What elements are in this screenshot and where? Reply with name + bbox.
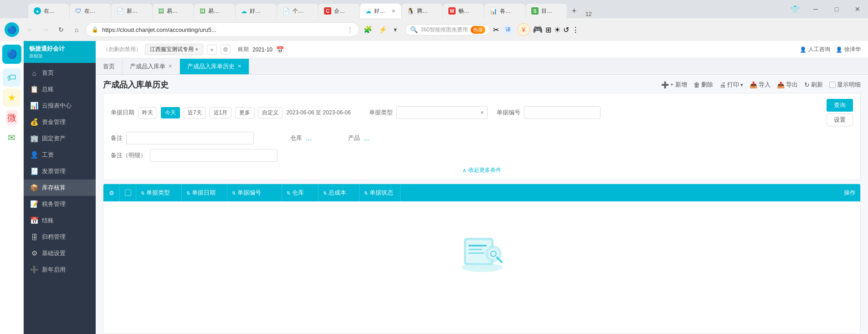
tab-count-badge[interactable]: 12 [583,10,594,18]
lightning-button[interactable]: ⚡ [377,24,389,36]
extensions-button[interactable]: 🧩 [362,24,374,36]
url-bar[interactable]: 🔒 https://cloud.chanjet.com/accounting/u… [86,22,359,37]
add-company-button[interactable]: + [207,45,217,55]
browser-tab-2[interactable]: 🛡 在… [70,4,111,18]
th-gear[interactable]: ⚙ [103,184,120,201]
warehouse-dots[interactable]: ... [306,134,312,142]
remark-detail-input[interactable] [150,149,277,162]
new-tab-button[interactable]: + [567,4,581,18]
sidebar-item-fixed-assets[interactable]: 🏢 固定资产 [24,130,96,147]
sidebar-item-closing[interactable]: 📅 结账 [24,212,96,229]
sidebar-item-general-ledger[interactable]: 📋 总账 [24,81,96,98]
app-sidebar-icon-4[interactable]: ✉ [3,128,21,147]
translate-button[interactable]: 译 [502,25,514,35]
sidebar-item-reports[interactable]: 📊 云报表中心 [24,98,96,114]
toolbar-icon-shirt[interactable]: 👕 [785,5,805,14]
company-name-text: 江西服宝测试专用 [150,46,194,53]
app-sidebar-icon-2[interactable]: ★ [3,88,21,107]
browser-tab-6[interactable]: ☁ 好… [236,4,277,18]
app-sidebar-icon-1[interactable]: 🏷 [3,68,21,87]
sidebar-item-new-period[interactable]: ➕ 新年启用 [24,262,96,278]
type-select[interactable]: ▾ [396,106,488,119]
search-box-360[interactable]: 🔍 360智能抠图免费用 热搜 [405,24,490,36]
remark-input[interactable] [126,132,254,144]
date-custom-btn[interactable]: 自定义 [258,107,282,118]
page-tab-home[interactable]: 首页 [96,59,123,74]
site-info-icon[interactable]: ⋮ [347,26,353,33]
browser-tab-5[interactable]: 🖼 易… [194,4,235,18]
sidebar-item-payroll[interactable]: 👤 工资 [24,147,96,163]
refresh-action-button[interactable]: ↻ 刷新 [804,81,823,89]
sidebar-item-settings[interactable]: ⚙ 基础设置 [24,245,96,262]
service-button[interactable]: 👤 人工咨询 [800,46,830,53]
grid-view-button[interactable]: ⊞ [545,26,551,34]
export-action-button[interactable]: 📤 导出 [777,81,798,89]
app-sidebar-icon-3[interactable]: 微 [3,108,21,127]
browser-tab-8[interactable]: C 企… [318,4,360,18]
delete-action-button[interactable]: 🗑 删除 [693,81,713,89]
th-total-cost[interactable]: ⇅ 总成本 [318,184,360,201]
browser-tab-13[interactable]: S 目… [526,4,567,18]
checkbox-show-cols[interactable] [829,82,836,88]
close-button[interactable]: ✕ [847,2,868,16]
date-month-btn[interactable]: 近1月 [210,107,232,118]
history-tab-close[interactable]: ✕ [237,63,241,69]
forward-button[interactable]: → [39,23,52,36]
maximize-button[interactable]: □ [826,2,847,16]
yen-button[interactable]: ¥ [517,23,530,36]
browser-tab-1[interactable]: ● 在… [28,4,69,18]
browser-tab-9[interactable]: ☁ 好… ✕ [360,4,401,18]
browser-tab-12[interactable]: 📊 各… [484,4,525,18]
th-type[interactable]: ⇅ 单据类型 [136,184,182,201]
sidebar-item-inventory[interactable]: 📦 库存核算 [24,180,96,196]
browser-tab-10[interactable]: 🐧 腾… [401,4,442,18]
calendar-icon[interactable]: 📅 [276,46,284,53]
browser-tab-11[interactable]: M 畅… [443,4,484,18]
sidebar-item-tax[interactable]: 📝 税务管理 [24,196,96,212]
th-date[interactable]: ⇅ 单据日期 [182,184,227,201]
th-check[interactable] [120,184,136,201]
sidebar-item-cash[interactable]: 💰 资金管理 [24,114,96,130]
undo-button[interactable]: ↺ [563,26,569,34]
inventory-list-tab-close[interactable]: ✕ [168,63,172,69]
minimize-button[interactable]: ─ [805,2,826,16]
date-more-btn[interactable]: 更多 [235,107,254,118]
more-button[interactable]: ⋮ [572,26,579,34]
company-selector[interactable]: 江西服宝测试专用 ▾ [145,44,203,55]
sun-button[interactable]: ☀ [554,26,560,34]
browser-tab-4[interactable]: 🖼 易… [153,4,194,18]
date-7days-btn[interactable]: 近7天 [184,107,206,118]
date-today-btn[interactable]: 今天 [161,107,180,118]
topbar-settings-button[interactable]: ⚙ [221,45,231,55]
collapse-more-button[interactable]: ∧ 收起更多条件 [111,162,853,174]
back-button[interactable]: ← [24,23,36,36]
th-number[interactable]: ⇅ 单据编号 [227,184,282,201]
import-action-button[interactable]: 📥 导入 [750,81,770,89]
sidebar-item-home[interactable]: ⌂ 首页 [24,65,96,81]
date-yesterday-btn[interactable]: 昨天 [138,107,157,118]
page-tab-inventory-list[interactable]: 产成品入库单 ✕ [123,59,180,74]
tab-13-title: 目… [541,7,561,15]
query-button[interactable]: 查询 [827,99,853,112]
tab-9-close[interactable]: ✕ [391,8,395,14]
number-input[interactable] [524,106,601,119]
show-cols-toggle[interactable]: 显示明细 [829,81,861,89]
refresh-button[interactable]: ↻ [55,23,67,36]
browser-tab-7[interactable]: 📄 个… [277,4,318,18]
app-logo-icon[interactable]: 🔵 [2,45,21,64]
game-button[interactable]: 🎮 [533,25,543,35]
scissors-icon[interactable]: ✂ [493,26,499,34]
product-dots[interactable]: ... [364,134,370,142]
th-warehouse[interactable]: ⇅ 仓库 [282,184,318,201]
home-button[interactable]: ⌂ [70,23,83,36]
new-action-button[interactable]: ➕ + 新增 [661,81,687,89]
browser-tab-3[interactable]: 📄 新… [111,4,152,18]
settings-button[interactable]: 设置 [827,113,853,126]
page-tab-history[interactable]: 产成品入库单历史 ✕ [180,59,249,74]
sidebar-item-archive[interactable]: 🗄 归档管理 [24,229,96,245]
sidebar-item-invoice[interactable]: 🧾 发票管理 [24,163,96,180]
user-info[interactable]: 👤 徐泽华 [836,46,861,53]
th-status[interactable]: ⇅ 单据状态 [360,184,401,201]
dropdown-button[interactable]: ▾ [392,24,399,35]
print-action-button[interactable]: 🖨 打印 ▾ [719,81,743,89]
